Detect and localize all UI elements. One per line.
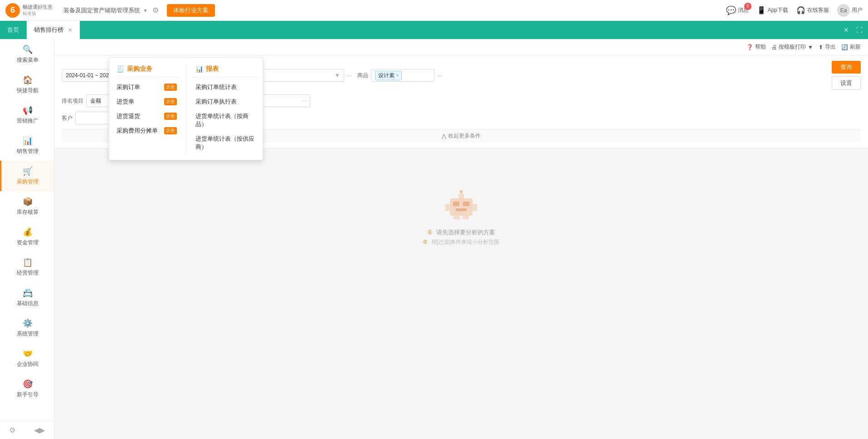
sidebar-item-sales[interactable]: 📊 销售管理: [0, 130, 54, 161]
dropdown-item-incoming-by-goods[interactable]: 进货单统计表（按商品）: [192, 109, 259, 132]
sidebar: 🔍 搜索菜单 🏠 快捷导航 📢 营销推广 📊 销售管理 🛒 采购管理 📦 库存核…: [0, 39, 54, 439]
sales-icon: 📊: [23, 136, 33, 146]
purchase-col-icon: 🧾: [117, 65, 124, 73]
empty-state: ① 请先选择要分析的方案 ② 用[过滤]条件来缩小分析范围: [54, 148, 868, 282]
goods-more[interactable]: ···: [437, 72, 442, 79]
app-badge: 标准版: [23, 10, 53, 17]
sidebar-item-marketing[interactable]: 📢 营销推广: [0, 100, 54, 130]
settings-icon[interactable]: ⚙: [152, 6, 159, 15]
goods-label: 商品: [357, 72, 368, 79]
enterprise-icon: 🤝: [23, 349, 33, 359]
tab-controls: ✕ ⛶: [842, 21, 868, 39]
report-col-icon: 📊: [195, 65, 203, 73]
set-btn[interactable]: 设置: [832, 76, 861, 90]
dropdown-divider: [186, 63, 186, 154]
empty-illustration: [439, 185, 484, 221]
empty-tip-1: ① 请先选择要分析的方案: [427, 228, 495, 237]
collapse-icon: ⋀: [442, 133, 446, 139]
tab-home[interactable]: 首页: [0, 21, 27, 39]
purchase-col-header: 🧾 采购业务: [113, 63, 180, 77]
marketing-icon: 📢: [23, 105, 33, 115]
svg-point-6: [460, 190, 463, 193]
content-area: ❓ 帮助 🖨 按模板打印 ▼ ⬆ 导出 🔄 刷新: [54, 39, 868, 439]
basic-info-icon: 📇: [23, 288, 33, 298]
sidebar-item-search[interactable]: 🔍 搜索菜单: [0, 39, 54, 69]
sidebar-item-quick-nav[interactable]: 🏠 快捷导航: [0, 69, 54, 100]
operations-icon: 📋: [23, 257, 33, 267]
app-download-btn[interactable]: 📱 App下载: [757, 6, 788, 15]
svg-rect-10: [463, 216, 469, 219]
svg-rect-7: [445, 204, 450, 211]
header-right: 💬 消息 9 📱 App下载 🎧 在线客服 Ea 用户: [726, 4, 863, 17]
system-title-area: 装备及固定资产辅助管理系统 ▼ ⚙ 体验行业方案: [63, 4, 726, 17]
purchase-dropdown-menu[interactable]: 🧾 采购业务 采购订单 历史 进货单 历史 进货退货: [109, 57, 263, 160]
app-logo: 6: [5, 3, 20, 18]
sidebar-settings-btn[interactable]: ⚙: [9, 426, 15, 434]
export-icon: ⬆: [819, 44, 823, 50]
user-area[interactable]: Ea 用户: [837, 4, 863, 17]
sidebar-item-inventory[interactable]: 📦 库存核算: [0, 191, 54, 222]
voucher-status-more[interactable]: ···: [347, 72, 352, 79]
action-buttons: 查询 设置: [832, 61, 861, 90]
dropdown-columns: 🧾 采购业务 采购订单 历史 进货单 历史 进货退货: [109, 63, 263, 154]
export-btn[interactable]: ⬆ 导出: [819, 43, 836, 51]
tab-sales-ranking[interactable]: 销售排行榜 ✕: [27, 21, 80, 39]
template-print-btn[interactable]: 🖨 按模板打印 ▼: [771, 43, 813, 51]
sidebar-collapse-btn[interactable]: ◀▶: [34, 426, 45, 434]
salesperson-dots: ···: [302, 98, 306, 104]
goods-filter: 商品 设计素 × ···: [357, 69, 442, 82]
svg-rect-8: [473, 204, 477, 211]
top-header: 6 畅捷通好生意 标准版 装备及固定资产辅助管理系统 ▼ ⚙ 体验行业方案 💬 …: [0, 0, 868, 21]
help-icon: ❓: [746, 44, 753, 50]
goods-select[interactable]: 设计素 ×: [371, 69, 434, 82]
svg-rect-2: [463, 202, 469, 206]
home-icon: 🏠: [23, 75, 33, 85]
finance-icon: 💰: [23, 227, 33, 237]
tab-expand[interactable]: ⛶: [854, 25, 864, 35]
sidebar-item-system[interactable]: ⚙️ 系统管理: [0, 313, 54, 343]
search-icon: 🔍: [23, 44, 33, 54]
voucher-status-arrow: ▼: [335, 72, 340, 79]
refresh-btn[interactable]: 🔄 刷新: [841, 43, 861, 51]
sidebar-item-basic-info[interactable]: 📇 基础信息: [0, 282, 54, 313]
refresh-icon: 🔄: [841, 44, 848, 50]
purchase-business-col: 🧾 采购业务 采购订单 历史 进货单 历史 进货退货: [109, 63, 184, 154]
help-btn[interactable]: ❓ 帮助: [746, 43, 766, 51]
system-icon: ⚙️: [23, 318, 33, 328]
history-badge-expense: 历史: [164, 127, 177, 134]
sidebar-item-operations[interactable]: 📋 经营管理: [0, 252, 54, 282]
dropdown-item-return[interactable]: 进货退货 历史: [113, 109, 180, 123]
svg-rect-0: [450, 198, 473, 216]
rank-item-label: 排名项目: [62, 97, 83, 105]
title-dropdown-arrow[interactable]: ▼: [143, 8, 148, 13]
user-avatar: Ea: [837, 4, 850, 17]
query-btn[interactable]: 查询: [832, 61, 861, 74]
goods-tag: 设计素 ×: [375, 71, 402, 80]
tab-close-icon[interactable]: ✕: [68, 27, 72, 33]
goods-tag-close[interactable]: ×: [396, 73, 399, 78]
report-col: 📊 报表 采购订单统计表 采购订单执行表 进货单统计表（按商品）: [188, 63, 263, 154]
dropdown-item-order-stats[interactable]: 采购订单统计表: [192, 80, 259, 94]
online-service-btn[interactable]: 🎧 在线客服: [796, 6, 829, 15]
empty-tip-2: ② 用[过滤]条件来缩小分析范围: [423, 238, 499, 246]
tab-close-all[interactable]: ✕: [842, 25, 851, 35]
dropdown-item-purchase-order[interactable]: 采购订单 历史: [113, 80, 180, 94]
dropdown-item-incoming[interactable]: 进货单 历史: [113, 94, 180, 109]
svg-rect-1: [453, 202, 459, 206]
history-badge-return: 历史: [164, 113, 177, 120]
sidebar-bottom: ⚙ ◀▶: [0, 421, 54, 439]
sidebar-item-purchase[interactable]: 🛒 采购管理: [0, 161, 54, 191]
history-badge-purchase-order: 历史: [164, 84, 177, 91]
industry-btn[interactable]: 体验行业方案: [167, 4, 215, 17]
content-toolbar: ❓ 帮助 🖨 按模板打印 ▼ ⬆ 导出 🔄 刷新: [54, 39, 868, 55]
app-name: 畅捷通好生意: [23, 4, 53, 10]
dropdown-item-expense[interactable]: 采购费用分摊单 历史: [113, 123, 180, 138]
sidebar-item-finance[interactable]: 💰 资金管理: [0, 222, 54, 252]
message-badge: 9: [744, 3, 751, 10]
dropdown-item-incoming-by-supplier[interactable]: 进货单统计表（按供应商）: [192, 132, 259, 154]
message-btn[interactable]: 💬 消息 9: [726, 5, 749, 15]
sidebar-item-enterprise[interactable]: 🤝 企业协同: [0, 343, 54, 374]
dropdown-item-order-exec[interactable]: 采购订单执行表: [192, 94, 259, 109]
sidebar-item-guide[interactable]: 🎯 新手引导: [0, 374, 54, 404]
guide-icon: 🎯: [23, 379, 33, 389]
